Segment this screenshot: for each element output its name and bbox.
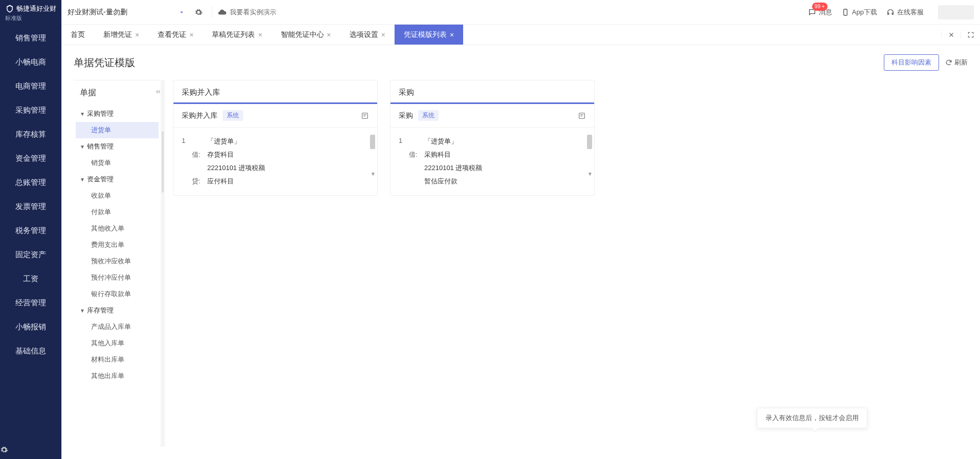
caret-down-icon: ▼ [80, 177, 87, 182]
tab[interactable]: 查看凭证× [148, 25, 203, 45]
fullscreen-icon[interactable] [961, 31, 980, 38]
caret-down-icon: ▼ [80, 111, 87, 117]
entry-row: 贷:应付科目 [182, 175, 369, 188]
tab[interactable]: 选项设置× [340, 25, 395, 45]
nav-item[interactable]: 库存核算 [0, 122, 61, 147]
tab[interactable]: 首页 [61, 25, 94, 45]
brand-icon [5, 4, 14, 13]
tree-leaf[interactable]: 收款单 [76, 187, 159, 204]
tab[interactable]: 草稿凭证列表× [203, 25, 271, 45]
nav-item[interactable]: 基础信息 [0, 339, 61, 363]
refresh-icon [945, 59, 952, 66]
entry-value: 「进货单」 [207, 137, 241, 146]
brand-name: 畅捷通好业财 [16, 4, 56, 13]
entry-label: 借: [409, 150, 424, 159]
entry-num [182, 150, 192, 159]
demo-link[interactable]: 我要看实例演示 [217, 8, 276, 17]
tree-leaf[interactable]: 预收冲应收单 [76, 253, 159, 269]
subject-factor-button[interactable]: 科目影响因素 [884, 54, 939, 71]
tab-label: 选项设置 [350, 30, 378, 39]
entry-row: 暂估应付款 [399, 175, 586, 188]
card-body: 1「进货单」借:采购科目22210101 进项税额暂估应付款▼ [390, 128, 594, 195]
close-icon[interactable]: × [258, 31, 262, 39]
entry-num: 1 [182, 137, 192, 146]
tree-leaf[interactable]: 费用支出单 [76, 237, 159, 253]
nav-item[interactable]: 销售管理 [0, 26, 61, 50]
nav-item[interactable]: 电商管理 [0, 74, 61, 98]
document-tree-panel: 单据 ▼采购管理进货单▼销售管理销货单▼资金管理收款单付款单其他收入单费用支出单… [74, 80, 161, 447]
tree-group[interactable]: ▼销售管理 [76, 138, 159, 155]
entry-label: 贷: [192, 177, 207, 186]
phone-icon [841, 8, 850, 16]
close-icon[interactable]: × [327, 31, 331, 39]
message-button[interactable]: 99 + 消息 [808, 8, 832, 17]
refresh-button[interactable]: 刷新 [945, 54, 968, 71]
demo-label: 我要看实例演示 [230, 8, 276, 17]
nav-item[interactable]: 工资 [0, 267, 61, 291]
download-label: App下载 [852, 8, 877, 17]
tree-leaf[interactable]: 银行存取款单 [76, 286, 159, 302]
tab-label: 新增凭证 [103, 30, 132, 39]
close-icon[interactable]: × [450, 31, 454, 39]
tree-leaf[interactable]: 销货单 [76, 155, 159, 171]
card-detail-icon[interactable] [361, 112, 369, 120]
nav-item[interactable]: 资金管理 [0, 147, 61, 171]
collapse-panel-icon[interactable] [153, 88, 161, 96]
tree-group-label: 销售管理 [87, 142, 114, 151]
tree-leaf[interactable]: 材料出库单 [76, 351, 159, 368]
tab[interactable]: 凭证模版列表× [395, 25, 463, 45]
tree-group[interactable]: ▼库存管理 [76, 302, 159, 319]
tree-leaf[interactable]: 预付冲应付单 [76, 269, 159, 286]
settings-icon[interactable] [194, 8, 203, 16]
tab-label: 首页 [71, 30, 85, 39]
project-selector[interactable]: 好业财测试-量勿删 [68, 8, 190, 17]
svg-rect-0 [844, 9, 847, 15]
nav-item[interactable]: 总账管理 [0, 171, 61, 195]
tab[interactable]: 新增凭证× [94, 25, 148, 45]
tree-group-label: 库存管理 [87, 306, 114, 315]
tree-leaf[interactable]: 付款单 [76, 204, 159, 220]
entry-row: 22210101 进项税额 [399, 161, 586, 175]
tree-leaf[interactable]: 其他出库单 [76, 368, 159, 384]
entry-value: 采购科目 [424, 150, 451, 159]
close-icon[interactable]: × [381, 31, 385, 39]
tree-leaf[interactable]: 其他入库单 [76, 335, 159, 351]
nav-item[interactable]: 税务管理 [0, 219, 61, 243]
page-title: 单据凭证模版 [74, 56, 135, 70]
panel-resizer[interactable] [161, 80, 165, 447]
tree-leaf[interactable]: 其他收入单 [76, 220, 159, 237]
download-button[interactable]: App下载 [841, 8, 877, 17]
close-icon[interactable]: × [189, 31, 193, 39]
tab-label: 草稿凭证列表 [212, 30, 255, 39]
entry-label [409, 137, 424, 146]
scrollbar[interactable]: ▼ [370, 135, 375, 176]
tree-leaf[interactable]: 产成品入库单 [76, 319, 159, 335]
tab[interactable]: 智能凭证中心× [272, 25, 340, 45]
tree-group[interactable]: ▼资金管理 [76, 171, 159, 187]
nav-item[interactable]: 固定资产 [0, 243, 61, 267]
tab-label: 凭证模版列表 [404, 30, 447, 39]
close-icon[interactable]: × [135, 31, 139, 39]
support-button[interactable]: 在线客服 [886, 8, 924, 17]
tree-group[interactable]: ▼采购管理 [76, 106, 159, 122]
settings-gear[interactable] [0, 441, 61, 459]
support-label: 在线客服 [897, 8, 924, 17]
nav-item[interactable]: 采购管理 [0, 98, 61, 122]
tree-leaf[interactable]: 进货单 [76, 122, 159, 138]
card-head: 采购系统 [390, 104, 594, 128]
card-head: 采购并入库系统 [173, 104, 377, 128]
entry-value: 暂估应付款 [399, 177, 458, 186]
scrollbar[interactable]: ▼ [587, 135, 592, 176]
nav-item[interactable]: 发票管理 [0, 195, 61, 219]
nav-item[interactable]: 小畅电商 [0, 50, 61, 74]
close-all-tabs[interactable] [941, 31, 961, 38]
user-avatar[interactable] [938, 5, 974, 19]
system-tag: 系统 [223, 110, 243, 121]
topbar: 好业财测试-量勿删 我要看实例演示 99 + 消息 [61, 0, 980, 25]
hint-tooltip: 录入有效信息后，按钮才会启用 [757, 408, 867, 428]
card-detail-icon[interactable] [578, 112, 586, 120]
nav-item[interactable]: 小畅报销 [0, 315, 61, 339]
main-sidebar: 畅捷通好业财 标准版 销售管理小畅电商电商管理采购管理库存核算资金管理总账管理发… [0, 0, 61, 459]
nav-item[interactable]: 经营管理 [0, 291, 61, 315]
chevron-down-icon [178, 9, 185, 16]
